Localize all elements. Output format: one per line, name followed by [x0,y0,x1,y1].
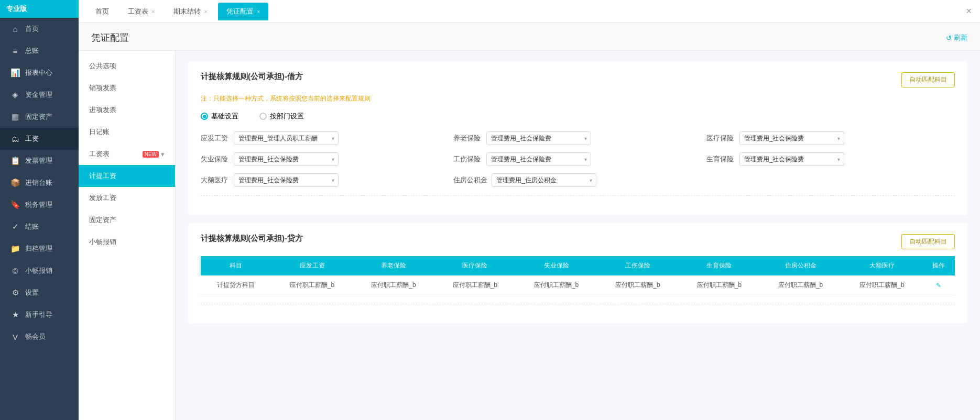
basic-setting-label: 基础设置 [211,112,238,121]
medical-label: 医疗保险 [706,134,735,143]
tab-voucher-close-icon[interactable]: × [257,8,260,15]
tab-salary-label: 工资表 [128,7,148,16]
tax-icon: 🔖 [10,200,20,209]
sidebar-label: 资金管理 [25,90,52,100]
sidebar-item-salary[interactable]: 🗂 工资 [0,128,79,150]
left-nav-sales-invoice[interactable]: 销项发票 [79,77,175,99]
sidebar-item-home[interactable]: ⌂ 首页 [0,18,79,40]
col-maternity: 生育保险 [679,256,760,275]
refresh-button[interactable]: ↺ 刷新 [946,33,967,42]
sidebar-label: 首页 [25,24,39,34]
refresh-icon: ↺ [946,34,952,42]
funds-icon: ◈ [10,90,20,100]
sidebar-item-inventory[interactable]: 📦 进销台账 [0,172,79,194]
sidebar-label: 工资 [25,134,39,143]
sidebar-item-reports[interactable]: 📊 报表中心 [0,62,79,84]
sidebar-item-member[interactable]: V 畅会员 [0,326,79,348]
chart-icon: 📊 [10,68,20,78]
left-nav-public[interactable]: 公共选项 [79,55,175,77]
sidebar-item-invoices[interactable]: 📋 发票管理 [0,150,79,172]
salary-select-wrap: 管理费用_管理人员职工薪酬 ▾ [234,131,339,145]
field-major-medical: 大额医疗 管理费用_社会保险费 ▾ [201,173,449,187]
field-salary: 应发工资 管理费用_管理人员职工薪酬 ▾ [201,131,449,145]
credit-auto-match-button[interactable]: 自动匹配科目 [901,234,955,249]
tab-period-close-icon[interactable]: × [204,8,207,15]
pension-select[interactable]: 管理费用_社会保险费 [486,131,591,145]
sidebar-item-settings[interactable]: ⚙ 设置 [0,282,79,304]
edit-icon[interactable]: ✎ [936,282,941,289]
col-major-medical: 大额医疗 [841,256,922,275]
debit-section-header: 计提核算规则(公司承担)-借方 自动匹配科目 [201,72,955,88]
housing-fund-select[interactable]: 管理费用_住房公积金 [492,173,596,187]
close-accounts-icon: ✓ [10,222,20,231]
work-injury-select[interactable]: 管理费用_社会保险费 [486,152,591,166]
pension-select-wrap: 管理费用_社会保险费 ▾ [486,131,591,145]
row-edit[interactable]: ✎ [923,275,955,295]
unemployment-label: 失业保险 [201,154,230,164]
row-work-injury: 应付职工薪酬_b [597,275,678,295]
department-setting-radio[interactable]: 按部门设置 [259,112,304,121]
tab-home[interactable]: 首页 [87,3,117,20]
member-icon: V [10,333,20,341]
maternity-select[interactable]: 管理费用_社会保险费 [739,152,844,166]
sidebar-label: 税务管理 [25,200,52,209]
refresh-label: 刷新 [954,33,967,42]
ledger-icon: ≡ [10,47,20,56]
unemployment-select[interactable]: 管理费用_社会保险费 [234,152,339,166]
salary-select[interactable]: 管理费用_管理人员职工薪酬 [234,131,339,145]
close-window-icon[interactable]: × [966,6,972,17]
left-nav-journal[interactable]: 日记账 [79,121,175,143]
tab-salary-close-icon[interactable]: × [151,8,155,15]
debit-field-row-2: 失业保险 管理费用_社会保险费 ▾ 工伤保险 管理费用_社会保险费 [201,152,955,166]
sidebar-item-assets[interactable]: ▦ 固定资产 [0,106,79,128]
tab-period-close[interactable]: 期末结转 × [165,3,215,20]
content-layout: 公共选项 销项发票 进项发票 日记账 工资表 NEW ▾ 计提工资 [79,51,980,420]
archive-icon: 📁 [10,244,20,253]
sidebar-label: 固定资产 [25,112,52,121]
col-salary: 应发工资 [271,256,353,275]
tab-voucher-config[interactable]: 凭证配置 × [218,3,268,20]
inventory-icon: 📦 [10,178,20,187]
sidebar-item-archive[interactable]: 📁 归档管理 [0,238,79,260]
work-injury-label: 工伤保险 [453,154,482,164]
credit-section-header: 计提核算规则(公司承担)-贷方 自动匹配科目 [201,234,955,250]
housing-fund-label: 住房公积金 [453,175,487,185]
col-medical: 医疗保险 [434,256,516,275]
left-nav-fixed-assets[interactable]: 固定资产 [79,209,175,231]
left-nav-xiaochang-expense[interactable]: 小畅报销 [79,231,175,253]
page-title: 凭证配置 [91,31,129,44]
divider-1 [201,195,955,196]
row-major-medical: 应付职工薪酬_b [841,275,922,295]
assets-icon: ▦ [10,112,20,121]
sidebar-item-funds[interactable]: ◈ 资金管理 [0,84,79,106]
sidebar-label: 新手引导 [25,310,52,319]
sidebar-item-guide[interactable]: ★ 新手引导 [0,304,79,326]
left-nav-accrual-salary[interactable]: 计提工资 [79,165,175,187]
credit-table: 科目 应发工资 养老保险 医疗保险 失业保险 工伤保险 生育保险 住房公积金 大… [201,256,955,295]
sidebar-item-close[interactable]: ✓ 结账 [0,216,79,238]
major-medical-select[interactable]: 管理费用_社会保险费 [234,173,339,187]
tab-bar: 首页 工资表 × 期末结转 × 凭证配置 × × [79,0,980,23]
divider-2 [201,304,955,304]
left-nav-purchase-invoice[interactable]: 进项发票 [79,99,175,121]
left-nav-pay-salary[interactable]: 发放工资 [79,187,175,209]
tab-salary-table[interactable]: 工资表 × [119,3,163,20]
sidebar-item-xiaochang[interactable]: © 小畅报销 [0,260,79,282]
sidebar-item-tax[interactable]: 🔖 税务管理 [0,194,79,216]
debit-auto-match-button[interactable]: 自动匹配科目 [901,72,955,87]
sidebar-label: 畅会员 [25,332,46,341]
pension-label: 养老保险 [453,134,482,143]
invoice-icon: 📋 [10,156,20,165]
page-header: 凭证配置 ↺ 刷新 [79,23,980,51]
sidebar: 专业版 ⌂ 首页 ≡ 总账 📊 报表中心 ◈ 资金管理 ▦ 固定资产 🗂 工资 … [0,0,79,420]
medical-select[interactable]: 管理费用_社会保险费 [739,131,844,145]
app-name: 专业版 [0,0,79,18]
field-maternity: 生育保险 管理费用_社会保险费 ▾ [706,152,955,166]
maternity-label: 生育保险 [706,154,735,164]
medical-select-wrap: 管理费用_社会保险费 ▾ [739,131,844,145]
left-nav-salary-table[interactable]: 工资表 NEW ▾ [79,143,175,165]
basic-setting-radio[interactable]: 基础设置 [201,112,238,121]
sidebar-label: 报表中心 [25,68,52,78]
table-row: 计提贷方科目 应付职工薪酬_b 应付职工薪酬_b 应付职工薪酬_b 应付职工薪酬… [201,275,955,295]
sidebar-item-ledger[interactable]: ≡ 总账 [0,40,79,62]
